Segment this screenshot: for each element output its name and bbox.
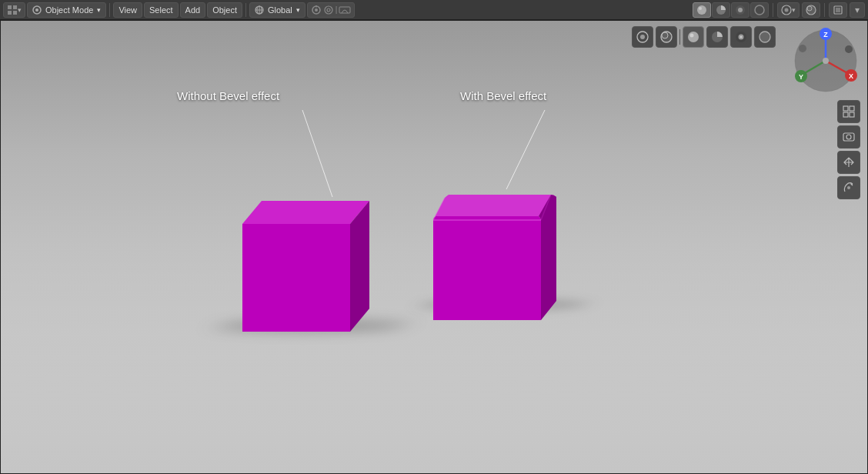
label-right: With Bevel effect	[460, 89, 546, 103]
svg-point-11	[315, 8, 318, 12]
svg-point-60	[823, 58, 829, 64]
select-menu[interactable]: Select	[144, 2, 179, 18]
svg-marker-29	[242, 201, 369, 224]
svg-point-39	[662, 32, 668, 38]
vp-material-btn[interactable]	[706, 26, 728, 48]
proportional-falloff-icon	[339, 5, 351, 15]
rendered-shading-btn[interactable]	[731, 2, 749, 18]
vp-viewport-shading-btn[interactable]	[754, 26, 776, 48]
svg-point-13	[325, 6, 332, 14]
vp-xray-btn[interactable]	[656, 26, 677, 48]
svg-point-5	[35, 8, 38, 12]
camera-btn[interactable]	[837, 125, 860, 149]
orbit-btn[interactable]	[837, 176, 860, 199]
overlay-btn[interactable]: ▾	[777, 2, 800, 18]
svg-point-21	[755, 5, 764, 15]
svg-text:X: X	[849, 72, 853, 80]
mode-label: Object Mode	[45, 5, 93, 15]
render-properties-btn[interactable]	[829, 2, 847, 18]
svg-text:Z: Z	[823, 31, 828, 38]
svg-rect-64	[850, 112, 854, 117]
svg-point-25	[807, 6, 812, 11]
svg-marker-30	[350, 201, 369, 332]
snap-group: |	[307, 2, 356, 18]
grid-view-btn[interactable]	[837, 100, 860, 123]
object-menu[interactable]: Object	[207, 2, 242, 18]
svg-point-16	[697, 5, 706, 15]
pan-btn[interactable]	[837, 151, 860, 174]
separator-1	[109, 3, 110, 17]
snap-icon	[311, 5, 322, 15]
transform-dropdown[interactable]: Global	[249, 2, 305, 18]
toolbar-right: ▾ ▾	[693, 2, 865, 18]
mode-dropdown[interactable]: Object Mode	[27, 2, 106, 18]
cube-left	[227, 178, 369, 343]
svg-point-20	[738, 8, 743, 12]
svg-point-66	[846, 135, 851, 139]
svg-point-45	[740, 36, 743, 38]
svg-point-58	[799, 45, 806, 52]
svg-point-59	[845, 45, 853, 53]
svg-point-67	[847, 186, 850, 189]
vp-solid-btn[interactable]	[683, 26, 704, 48]
svg-rect-3	[13, 11, 17, 15]
vp-overlay-btn[interactable]	[632, 26, 653, 48]
svg-point-17	[699, 7, 702, 10]
wireframe-shading-btn[interactable]	[750, 2, 769, 18]
svg-rect-61	[843, 106, 848, 111]
material-shading-btn[interactable]	[712, 2, 730, 18]
vp-nav-buttons	[837, 100, 860, 199]
viewport[interactable]: Without Bevel effect With Bevel effect	[0, 20, 868, 474]
svg-point-37	[640, 35, 645, 39]
toolbar: ▾ Object Mode View Select Add Object Glo…	[0, 0, 868, 20]
svg-rect-63	[843, 112, 848, 117]
vp-separator	[679, 29, 680, 45]
cube-right	[422, 178, 556, 320]
separator-4	[824, 3, 825, 17]
extra-options-btn[interactable]: ▾	[850, 2, 865, 18]
svg-rect-0	[8, 5, 12, 9]
label-left: Without Bevel effect	[177, 89, 279, 103]
svg-point-40	[688, 32, 699, 42]
svg-rect-62	[850, 106, 854, 111]
view-menu[interactable]: View	[113, 2, 142, 18]
editor-type-button[interactable]: ▾	[3, 2, 25, 18]
svg-point-41	[690, 34, 694, 38]
svg-rect-1	[13, 5, 17, 9]
vp-toolbar-right	[632, 26, 776, 48]
add-menu[interactable]: Add	[180, 2, 206, 18]
navigation-gizmo[interactable]: Z X Y	[791, 26, 860, 95]
svg-point-14	[327, 8, 330, 12]
svg-point-23	[785, 8, 789, 12]
proportional-icon	[323, 5, 334, 15]
svg-rect-2	[8, 11, 12, 15]
vp-rendered-btn[interactable]	[730, 26, 752, 48]
svg-text:Y: Y	[799, 73, 803, 81]
solid-shading-btn[interactable]	[693, 2, 711, 18]
separator-3	[773, 3, 773, 17]
separator-2	[245, 3, 246, 17]
svg-marker-28	[242, 224, 350, 332]
svg-rect-27	[836, 8, 840, 12]
xray-btn[interactable]	[802, 2, 820, 18]
